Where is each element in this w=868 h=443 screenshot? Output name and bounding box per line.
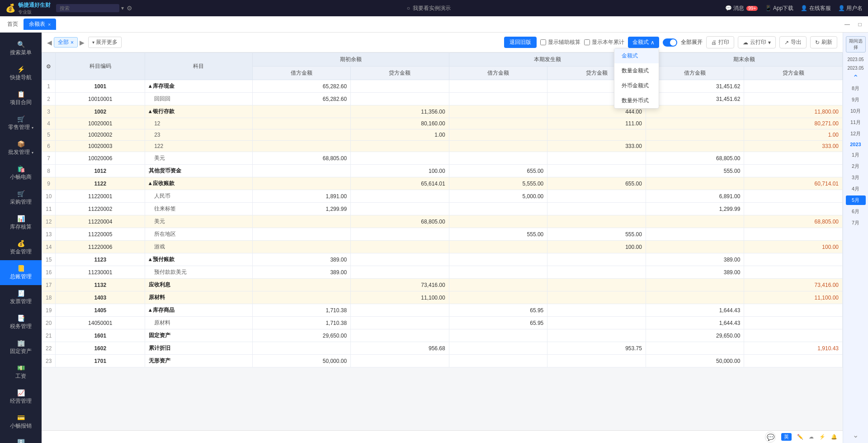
download-btn[interactable]: 📱 App下载 [765,5,793,12]
period-feb[interactable]: 2月 [846,162,866,171]
sidebar-item-search[interactable]: 🔍 搜索菜单 [0,36,42,61]
search-input[interactable] [56,4,119,12]
sidebar-item-wholesale[interactable]: 📦 批发管理 ▾ [0,136,42,161]
amount-mode-btn[interactable]: 金额式 ∧ [628,37,659,48]
table-row[interactable]: 13 11220005 所在地区 555.00 555.00 [42,228,843,241]
table-row[interactable]: 1 1001 ▴ 库存现金 65,282.60 33,830.98 31,451… [42,80,843,93]
row-subject[interactable]: 122 [145,141,252,152]
period-up-arrow[interactable]: ⌃ [853,73,859,82]
lang-switch-btn[interactable]: 英 [781,433,792,441]
row-subject[interactable]: 原材料 [145,291,252,304]
tab-minimize-btn[interactable]: — [843,20,852,29]
period-mar[interactable]: 3月 [846,173,866,182]
export-btn[interactable]: ↗ 导出 [779,36,807,48]
table-row[interactable]: 5 10020002 23 1.00 1.00 [42,129,843,141]
period-jan[interactable]: 1月 [846,150,866,160]
period-apr[interactable]: 4月 [846,184,866,194]
settings-icon[interactable]: ⚙ [127,5,132,12]
row-subject[interactable]: 往来标签 [145,203,252,215]
status-bell-icon[interactable]: 🔔 [831,434,837,440]
sidebar-item-retail[interactable]: 🛒 零售管理 ▾ [0,111,42,136]
table-row[interactable]: 22 1602 累计折旧 956.68 953.75 1,910.43 [42,342,843,355]
table-row[interactable]: 15 1123 ▴ 预付账款 389.00 389.00 [42,253,843,266]
breadcrumb-forward-icon[interactable]: ▶ [80,39,85,46]
period-sep[interactable]: 9月 [846,95,866,105]
row-subject[interactable]: ▴ 库存商品 [145,304,252,317]
demo-link[interactable]: 我要看实例演示 [413,5,451,12]
breadcrumb-back-icon[interactable]: ◀ [47,39,52,46]
row-subject[interactable]: 固定资产 [145,329,252,342]
sidebar-item-invoice[interactable]: 🧾 发票管理 [0,285,42,310]
tab-close-btn[interactable]: × [48,22,51,27]
tab-home[interactable]: 首页 [4,19,22,30]
amount-mode-dropdown[interactable]: 金额式 ∧ 金额式 数量金额式 外币金额式 数量外币式 [628,37,659,48]
sidebar-item-purchase[interactable]: 🛒 采购管理 [0,186,42,210]
row-subject[interactable]: 美元 [145,152,252,165]
sidebar-item-funds[interactable]: 💰 资金管理 [0,235,42,260]
sidebar-item-salary[interactable]: 💵 工资 [0,360,42,385]
status-cloud-icon[interactable]: ☁ [809,434,814,440]
table-row[interactable]: 19 1405 ▴ 库存商品 1,710.38 65.95 1,644.43 [42,304,843,317]
tab-balance-sheet[interactable]: 余额表 × [24,19,56,30]
row-subject[interactable]: 其他货币资金 [145,165,252,177]
expand-more-btn[interactable]: ▾ 展开更多 [88,37,122,48]
menu-item-qty-amount[interactable]: 数量金额式 [614,63,659,78]
cloud-print-btn[interactable]: ☁ 云打印 ▾ [738,36,776,48]
table-row[interactable]: 3 1002 ▴ 银行存款 11,356.00 444.00 11,800.00 [42,105,843,118]
row-subject[interactable]: ▴ 银行存款 [145,105,252,118]
service-btn[interactable]: 👤 在线客服 [801,5,830,12]
print-btn[interactable]: 🖨 打印 [706,36,734,48]
sidebar-item-ledger[interactable]: 📒 总账管理 [0,260,42,285]
show-assist-checkbox[interactable]: 显示辅助核算 [540,38,580,46]
period-aug[interactable]: 8月 [846,84,866,93]
sidebar-item-expense[interactable]: 💳 小畅报销 [0,410,42,434]
menu-item-fx-amount[interactable]: 外币金额式 [614,78,659,93]
row-subject[interactable]: 人民币 [145,190,252,203]
table-row[interactable]: 11 11220002 往来标签 1,299.99 1,299.99 [42,203,843,215]
table-row[interactable]: 17 1132 应收利息 73,416.00 73,416.00 [42,279,843,291]
table-row[interactable]: 20 14050001 原材料 1,710.38 65.95 1,644.43 [42,317,843,329]
period-nov[interactable]: 11月 [846,118,866,127]
menu-item-amount[interactable]: 金额式 [614,48,659,63]
user-btn[interactable]: 👤 用户名 [838,5,863,12]
dropdown-icon[interactable]: ▾ [121,5,124,11]
row-subject[interactable]: 应收利息 [145,279,252,291]
return-old-btn[interactable]: 退回旧版 [504,37,537,48]
breadcrumb-remove-icon[interactable]: × [71,39,74,46]
expand-all-toggle[interactable] [663,38,677,47]
row-subject[interactable]: ▴ 库存现金 [145,80,252,93]
status-lightning-icon[interactable]: ⚡ [819,434,826,440]
table-row[interactable]: 8 1012 其他货币资金 100.00 655.00 555.00 [42,165,843,177]
row-subject[interactable]: 原材料 [145,317,252,329]
row-subject[interactable]: 回回回 [145,93,252,105]
period-dec[interactable]: 12月 [846,129,866,138]
row-subject[interactable]: 23 [145,129,252,141]
sidebar-item-assets[interactable]: 🏢 固定资产 [0,335,42,360]
sidebar-item-inventory[interactable]: 📊 库存核算 [0,210,42,235]
table-row[interactable]: 7 10020006 美元 68,805.00 68,805.00 [42,152,843,165]
message-btn[interactable]: 💬 消息 99+ [725,5,758,12]
sidebar-item-management[interactable]: 📈 经营管理 [0,385,42,410]
tab-maximize-btn[interactable]: □ [855,20,864,29]
sidebar-item-quicknav[interactable]: ⚡ 快捷导航 [0,61,42,86]
row-subject[interactable]: 累计折旧 [145,342,252,355]
sidebar-item-tax[interactable]: 📑 税务管理 [0,310,42,335]
table-row[interactable]: 6 10020003 122 333.00 333.00 [42,141,843,152]
row-subject[interactable]: 预付款款美元 [145,266,252,279]
table-row[interactable]: 10 11220001 人民币 1,891.00 5,000.00 6,891.… [42,190,843,203]
sidebar-item-ecommerce[interactable]: 🛍️ 小畅电商 [0,161,42,186]
sidebar-item-basicinfo[interactable]: ℹ️ 基础信息 [0,434,42,443]
table-row[interactable]: 23 1701 无形资产 50,000.00 50,000.00 [42,355,843,367]
row-subject[interactable]: ▴ 预付账款 [145,253,252,266]
table-row[interactable]: 14 11220006 游戏 100.00 100.00 [42,241,843,253]
table-row[interactable]: 12 11220004 美元 68,805.00 68,805.00 [42,215,843,228]
period-may[interactable]: 5月 [846,195,866,205]
row-subject[interactable]: 无形资产 [145,355,252,367]
row-subject[interactable]: 游戏 [145,241,252,253]
refresh-btn[interactable]: ↻ 刷新 [810,36,837,48]
table-row[interactable]: 16 11230001 预付款款美元 389.00 389.00 [42,266,843,279]
row-subject[interactable]: ▴ 应收账款 [145,177,252,190]
table-row[interactable]: 2 10010001 回回回 65,282.60 33,830.98 31,45… [42,93,843,105]
row-subject[interactable]: 美元 [145,215,252,228]
menu-item-qty-fx[interactable]: 数量外币式 [614,93,659,108]
